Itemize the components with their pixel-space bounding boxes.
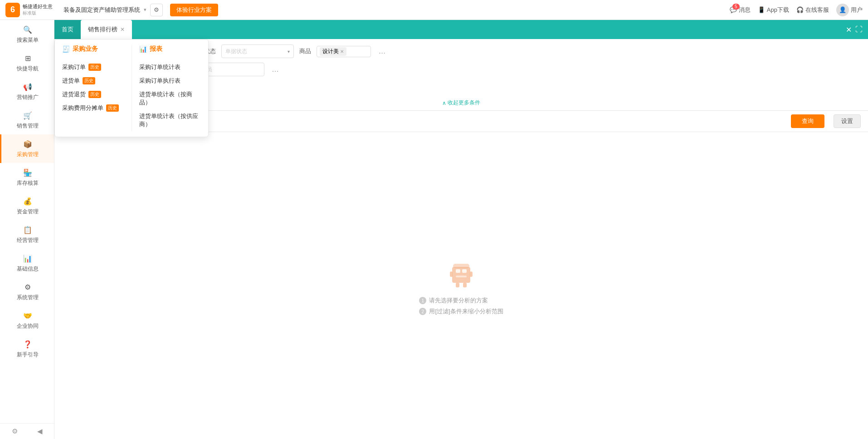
purchase-expense-item[interactable]: 采购费用分摊单 历史 [62, 101, 124, 115]
sidebar-item-finance[interactable]: 💰 资金管理 [0, 192, 54, 220]
tab-home[interactable]: 首页 [54, 20, 81, 39]
tab-bar-actions: ✕ ⛶ [846, 25, 868, 34]
tab-home-label: 首页 [62, 25, 73, 34]
empty-tips: 1 请先选择要分析的方案 2 用[过滤]条件来缩小分析范围 [419, 296, 503, 316]
svg-rect-6 [456, 283, 459, 287]
sidebar-label-operations: 经营管理 [17, 237, 39, 244]
industry-button[interactable]: 体验行业方案 [170, 4, 218, 16]
reports-icon: 📊 [139, 45, 147, 53]
user-menu-button[interactable]: 👤 用户 [836, 4, 863, 16]
query-button[interactable]: 查询 [791, 114, 824, 128]
sidebar-label-finance: 资金管理 [17, 208, 39, 216]
sidebar-item-sales[interactable]: 🛒 销售管理 [0, 106, 54, 134]
sidebar-label-search: 搜索菜单 [17, 36, 39, 44]
empty-tip2: 用[过滤]条件来缩小分析范围 [429, 307, 503, 316]
tab-bar: 首页 销售排行榜 ✕ ✕ ⛶ [54, 20, 868, 39]
doc-status-value: 单据状态 [225, 48, 247, 55]
app-download-label: App下载 [767, 6, 789, 14]
goods-tag-close-icon[interactable]: ✕ [340, 49, 344, 54]
chevron-up-icon: ∧ [442, 100, 446, 106]
grid-icon: ⊞ [23, 53, 33, 63]
handshake-icon: 🤝 [23, 311, 33, 321]
message-icon: 💬 5 [730, 6, 737, 13]
purchase-business-label: 采购业务 [73, 45, 98, 53]
reports-label: 报表 [150, 45, 162, 53]
report-purchase-order-stats[interactable]: 采购订单统计表 [139, 60, 201, 74]
warehouse-icon: 🏪 [23, 168, 33, 178]
sidebar: 🔍 搜索菜单 ⊞ 快捷导航 📢 营销推广 🛒 销售管理 📦 采购管理 🏪 库存核… [0, 20, 54, 439]
tab-close-icon[interactable]: ✕ [120, 26, 125, 33]
sidebar-settings-btn[interactable]: ⚙ [12, 427, 18, 435]
purchase-return-item[interactable]: 进货退货 历史 [62, 88, 124, 101]
goods-tag-input[interactable]: 设计美 ✕ [317, 46, 371, 57]
messages-badge: 5 [732, 4, 740, 10]
headset-icon: 🎧 [796, 6, 804, 13]
collapse-label: 收起更多条件 [448, 99, 480, 107]
tab-sales-rank[interactable]: 销售排行榜 ✕ [81, 20, 132, 39]
sidebar-label-purchase: 采购管理 [17, 151, 39, 158]
report-purchase-order-exec[interactable]: 采购订单执行表 [139, 74, 201, 88]
purchase-inbound-history-badge: 历史 [83, 77, 95, 84]
step1-num: 1 [419, 297, 426, 304]
collapse-more-conditions-btn[interactable]: ∧ 收起更多条件 [442, 99, 480, 107]
sidebar-item-guide[interactable]: ❓ 新手引导 [0, 335, 54, 363]
system-title-text: 装备及固定资产辅助管理系统 [63, 6, 140, 14]
goods-more-btn[interactable]: … [378, 47, 385, 55]
empty-state: 1 请先选择要分析的方案 2 用[过滤]条件来缩小分析范围 [54, 132, 868, 439]
sidebar-label-guide: 新手引导 [17, 351, 39, 359]
settings-button[interactable]: 设置 [834, 114, 861, 128]
tab-sales-rank-label: 销售排行榜 [88, 25, 117, 34]
chevron-down-icon[interactable]: ▾ [144, 7, 146, 13]
purchase-order-label: 采购订单 [62, 63, 86, 71]
online-service-button[interactable]: 🎧 在线客服 [796, 6, 829, 14]
purchase-inbound-item[interactable]: 进货单 历史 [62, 74, 124, 88]
header-right: 💬 5 消息 📱 App下载 🎧 在线客服 👤 用户 [730, 4, 863, 16]
purchase-order-item[interactable]: 采购订单 历史 [62, 60, 124, 74]
salesperson-more-btn[interactable]: … [272, 65, 279, 74]
sidebar-item-inventory[interactable]: 🏪 库存核算 [0, 163, 54, 192]
purchase-inbound-label: 进货单 [62, 77, 80, 85]
sidebar-collapse-btn[interactable]: ◀ [37, 427, 43, 435]
step2-num: 2 [419, 308, 426, 315]
gear-button[interactable]: ⚙ [150, 4, 163, 16]
sidebar-bottom: ⚙ ◀ [0, 423, 54, 439]
messages-button[interactable]: 💬 5 消息 [730, 6, 751, 14]
sidebar-label-cooperation: 企业协同 [17, 322, 39, 330]
sidebar-label-marketing: 营销推广 [17, 94, 39, 101]
svg-rect-7 [463, 283, 467, 287]
svg-rect-3 [456, 276, 467, 277]
doc-status-select[interactable]: 单据状态 ▾ [221, 44, 294, 58]
tab-expand-btn[interactable]: ⛶ [855, 25, 863, 34]
goods-label: 商品 [299, 47, 311, 55]
purchase-icon: 🧾 [62, 45, 70, 53]
reports-col: 📊 报表 采购订单统计表 采购订单执行表 进货单统计表（按商品） 进货单统计表（… [132, 45, 209, 131]
report-inbound-by-supplier[interactable]: 进货单统计表（按供应商） [139, 109, 201, 131]
sidebar-item-operations[interactable]: 📋 经营管理 [0, 220, 54, 249]
sidebar-label-basic-info: 基础信息 [17, 265, 39, 273]
sidebar-item-system[interactable]: ⚙ 系统管理 [0, 277, 54, 306]
purchase-expense-history-badge: 历史 [106, 104, 119, 112]
svg-rect-0 [452, 267, 470, 283]
purchase-return-label: 进货退货 [62, 90, 86, 99]
online-service-label: 在线客服 [805, 6, 829, 14]
sidebar-item-search[interactable]: 🔍 搜索菜单 [0, 20, 54, 49]
box-icon: 📦 [23, 139, 33, 149]
report-inbound-by-supplier-label: 进货单统计表（按供应商） [139, 113, 198, 128]
svg-rect-2 [462, 269, 467, 273]
purchase-dropdown-menu: 🧾 采购业务 采购订单 历史 进货单 历史 进货退货 历史 采购费用分摊单 历史… [54, 39, 209, 137]
sidebar-item-purchase[interactable]: 📦 采购管理 [0, 134, 54, 163]
reports-title: 📊 报表 [139, 45, 201, 56]
purchase-return-history-badge: 历史 [88, 91, 101, 98]
megaphone-icon: 📢 [23, 82, 33, 92]
svg-rect-5 [470, 271, 473, 277]
sidebar-item-marketing[interactable]: 📢 营销推广 [0, 77, 54, 106]
report-inbound-by-goods-label: 进货单统计表（按商品） [139, 91, 192, 106]
sidebar-item-cooperation[interactable]: 🤝 企业协同 [0, 306, 54, 335]
report-inbound-by-goods[interactable]: 进货单统计表（按商品） [139, 88, 201, 109]
sidebar-item-quick-nav[interactable]: ⊞ 快捷导航 [0, 49, 54, 77]
system-title-area: 装备及固定资产辅助管理系统 ▾ ⚙ 体验行业方案 [63, 4, 730, 16]
sidebar-item-basic-info[interactable]: 📊 基础信息 [0, 249, 54, 277]
app-download-button[interactable]: 📱 App下载 [758, 6, 789, 14]
tab-close-all-btn[interactable]: ✕ [846, 25, 852, 34]
avatar: 👤 [836, 4, 849, 16]
